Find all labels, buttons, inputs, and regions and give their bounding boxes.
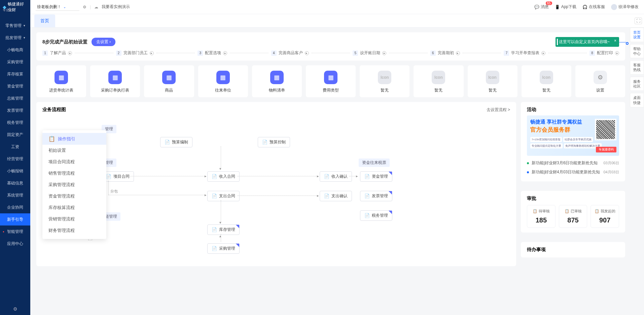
guide-item[interactable]: 财务管理流程 bbox=[42, 225, 106, 236]
main-content: 8步完成产品初始设置 去设置 › 这里可以自定义首页内容哦~ × 1了解产品▶2… bbox=[30, 28, 644, 315]
app-download-button[interactable]: 📱 App下载 bbox=[555, 4, 576, 10]
setup-step[interactable]: 3配置选项▶ bbox=[198, 50, 227, 56]
flow-title: 业务流程图 bbox=[42, 107, 66, 113]
expand-icon[interactable]: ⛶ bbox=[635, 18, 642, 24]
sidebar-item[interactable]: 采购管理 bbox=[0, 56, 30, 68]
rail-item[interactable]: 首页设置 bbox=[630, 28, 644, 42]
rail-item[interactable]: 帮助中心 bbox=[630, 44, 644, 59]
quick-card[interactable]: Icon暂无 bbox=[414, 65, 463, 97]
node-project-contract[interactable]: 📄项目合同 bbox=[102, 171, 134, 182]
guide-item[interactable]: 销售管理流程 bbox=[42, 168, 106, 179]
node-budget-make[interactable]: 📄预算编制 bbox=[160, 137, 192, 147]
approval-stat[interactable]: 📋待审核185 bbox=[527, 205, 556, 228]
sidebar-item[interactable]: 小畅报销 bbox=[0, 165, 30, 177]
doc-icon: 📄 bbox=[165, 140, 170, 145]
node-budget-ctrl[interactable]: 📄预算控制 bbox=[258, 137, 290, 147]
clipboard-icon: 📋 bbox=[533, 209, 537, 213]
dot-icon bbox=[527, 162, 529, 164]
quick-card[interactable]: ▦采购订单执行表 bbox=[90, 65, 140, 97]
quick-card[interactable]: ▦商品 bbox=[144, 65, 194, 97]
sidebar-item[interactable]: 总账管理 bbox=[0, 92, 30, 104]
setup-step[interactable]: 5设开账日期▶ bbox=[353, 50, 386, 56]
qr-code bbox=[595, 119, 616, 140]
node-fund[interactable]: 📄资金管理 bbox=[360, 171, 392, 182]
close-icon[interactable]: × bbox=[614, 38, 616, 43]
message-icon: 💬 bbox=[534, 5, 539, 9]
quick-card[interactable]: ▦物料清单 bbox=[252, 65, 302, 97]
sidebar-item[interactable]: 批发管理 bbox=[0, 32, 30, 44]
sidebar-item[interactable]: 零售管理 bbox=[0, 20, 30, 32]
setup-step[interactable]: 7学习开单查报表▶ bbox=[504, 50, 545, 56]
setup-step[interactable]: 8配置打印▶ bbox=[589, 50, 619, 56]
news-item[interactable]: 新功能|好业财3月6日功能更新抢先知03月06日 bbox=[527, 159, 619, 168]
setup-step[interactable]: 4完善商品客户▶ bbox=[271, 50, 309, 56]
node-income-confirm[interactable]: 📄收入确认 bbox=[320, 171, 352, 182]
quick-card[interactable]: Icon暂无 bbox=[522, 65, 571, 97]
sidebar-item[interactable]: 经营管理 bbox=[0, 153, 30, 165]
guide-item[interactable]: 库存核算流程 bbox=[42, 202, 106, 213]
quick-card[interactable]: ▦进货单统计表 bbox=[36, 65, 86, 97]
guide-item-overview[interactable]: 📋 操作指引 bbox=[42, 133, 106, 145]
account-selector[interactable]: 徐老板勿删！ ⌄ bbox=[36, 3, 79, 11]
online-service-button[interactable]: 🎧 在线客服 bbox=[582, 4, 605, 10]
node-stock[interactable]: 📄库存管理 bbox=[207, 224, 240, 235]
sidebar-item[interactable]: 新手引导 bbox=[0, 213, 30, 225]
sidebar-item[interactable]: 库存核算 bbox=[0, 68, 30, 80]
news-item[interactable]: 新功能|好业财4月03日功能更新抢先知04月03日 bbox=[527, 168, 619, 177]
doc-icon: 📄 bbox=[364, 213, 370, 218]
node-income-contract[interactable]: 📄收入合同 bbox=[207, 171, 240, 182]
node-tax[interactable]: 📄税务管理 bbox=[360, 210, 392, 221]
node-expense-contract[interactable]: 📄支出合同 bbox=[207, 191, 240, 201]
play-icon: ▶ bbox=[68, 51, 72, 55]
user-menu[interactable]: 徐泽华修改 bbox=[611, 4, 639, 10]
sidebar-gear-icon[interactable]: ⚙ bbox=[0, 306, 30, 312]
guide-item[interactable]: 资金管理流程 bbox=[42, 190, 106, 202]
approval-card: 审批 📋待审核185📋已审核875📋我发起的907 bbox=[521, 191, 625, 233]
play-icon: ▶ bbox=[615, 51, 619, 55]
approval-stat[interactable]: 📋已审核875 bbox=[559, 205, 587, 228]
sidebar-item[interactable]: 基础信息 bbox=[0, 177, 30, 189]
tab-home[interactable]: 首页 bbox=[34, 14, 55, 27]
guide-popup: 📋 操作指引 初始设置项目合同流程销售管理流程采购管理流程资金管理流程库存核算流… bbox=[42, 130, 106, 239]
sidebar-item[interactable]: 小畅电商 bbox=[0, 44, 30, 56]
rail-item[interactable]: 服务社区 bbox=[630, 77, 644, 91]
messages-button[interactable]: 💬 消息 65 bbox=[534, 4, 549, 10]
guide-item[interactable]: 项目合同流程 bbox=[42, 156, 106, 168]
guide-item[interactable]: 初始设置 bbox=[42, 145, 106, 156]
quick-card[interactable]: ⚙设置 bbox=[575, 65, 625, 97]
sidebar-item[interactable]: 固定资产 bbox=[0, 129, 30, 141]
sidebar-item[interactable]: 企业协同 bbox=[0, 201, 30, 213]
node-invoice[interactable]: 📄发票管理 bbox=[360, 191, 392, 201]
cloud-icon: ☁ bbox=[94, 5, 98, 9]
rail-item[interactable]: 桌面快捷 bbox=[630, 93, 644, 107]
guide-item[interactable]: 营销管理流程 bbox=[42, 213, 106, 225]
sidebar-item[interactable]: 发票管理 bbox=[0, 104, 30, 116]
sidebar-item[interactable]: 智能管理 bbox=[0, 225, 30, 238]
setup-step[interactable]: 2完善部门员工▶ bbox=[116, 50, 154, 56]
activity-banner[interactable]: 畅捷通 享社群专属权益 官方会员服务群 7×15h资深顾问在线答疑社群会员专享购… bbox=[527, 115, 619, 156]
quick-card[interactable]: Icon暂无 bbox=[468, 65, 517, 97]
setup-step[interactable]: 1了解产品▶ bbox=[42, 50, 72, 56]
setup-card: 8步完成产品初始设置 去设置 › 这里可以自定义首页内容哦~ × 1了解产品▶2… bbox=[36, 32, 625, 61]
quick-card[interactable]: ▦往来单位 bbox=[198, 65, 248, 97]
setup-step[interactable]: 6完善期初▶ bbox=[430, 50, 460, 56]
go-setup-button[interactable]: 去设置 › bbox=[92, 38, 115, 46]
guide-item[interactable]: 采购管理流程 bbox=[42, 179, 106, 190]
sidebar-item[interactable]: 工资 bbox=[0, 141, 30, 153]
settings-icon[interactable]: ⚙ bbox=[83, 5, 86, 9]
sidebar-item[interactable]: 系统管理 bbox=[0, 189, 30, 201]
node-expense-confirm[interactable]: 📄支出确认 bbox=[320, 191, 352, 201]
sidebar-item[interactable]: 资金管理 bbox=[0, 80, 30, 92]
build-icon: ▦ bbox=[216, 71, 230, 84]
flow-settings-link[interactable]: 去设置流程 > bbox=[487, 107, 510, 113]
quick-card[interactable]: Icon暂无 bbox=[360, 65, 409, 97]
demo-link[interactable]: 我要看实例演示 bbox=[102, 4, 130, 10]
quick-card[interactable]: ▦费用类型 bbox=[306, 65, 356, 97]
flow-body: 📋 操作指引 初始设置项目合同流程销售管理流程采购管理流程资金管理流程库存核算流… bbox=[42, 117, 510, 261]
sidebar-item[interactable]: 税务管理 bbox=[0, 116, 30, 129]
node-purchase[interactable]: 📄采购管理 bbox=[207, 243, 240, 254]
rail-item[interactable]: 客服热线 bbox=[630, 60, 644, 75]
sidebar-item[interactable]: 应用中心 bbox=[0, 238, 30, 250]
approval-stat[interactable]: 📋我发起的907 bbox=[591, 205, 619, 228]
doc-icon: ▦ bbox=[108, 71, 122, 84]
